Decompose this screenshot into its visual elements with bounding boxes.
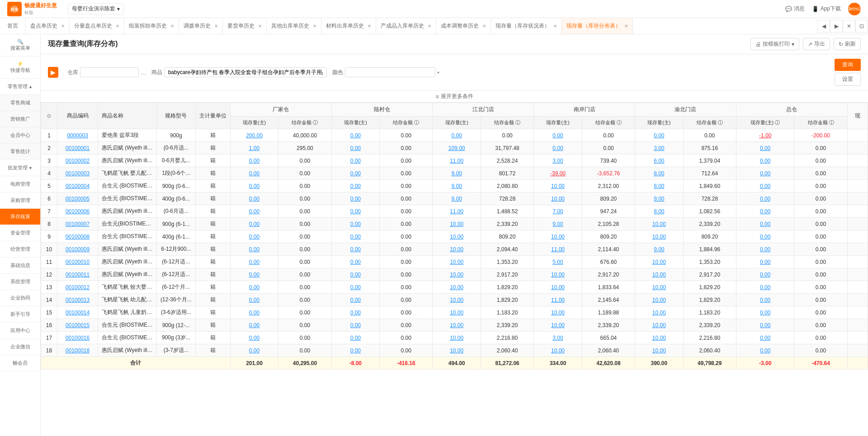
- cell-current: [847, 243, 868, 256]
- tab-transfer[interactable]: 调拨单历史 ✕: [179, 18, 223, 34]
- tab-expand-btn[interactable]: ⊡: [855, 20, 868, 33]
- sidebar-item-vip[interactable]: 畅会员: [0, 355, 40, 371]
- cell-current: [847, 192, 868, 205]
- summary-total-amt: -470.64: [794, 357, 847, 370]
- code-link[interactable]: 00100003: [66, 170, 90, 177]
- code-link[interactable]: 00100012: [66, 284, 90, 291]
- sidebar-item-app[interactable]: 应用中心: [0, 323, 40, 339]
- tab-purchase-order[interactable]: 要货单历史 ✕: [223, 18, 267, 34]
- code-link[interactable]: 0000003: [67, 132, 88, 139]
- tab-branch-count[interactable]: 分量盘点单历史 ✕: [70, 18, 124, 34]
- sidebar-item-finance[interactable]: 资金管理: [0, 225, 40, 241]
- summary-lcw-amt: -416.16: [380, 357, 433, 370]
- tab-cost-adjust[interactable]: 成本调整单历史 ✕: [436, 18, 491, 34]
- sidebar-item-wechat[interactable]: 企业微信: [0, 339, 40, 355]
- tab-close-status[interactable]: ✕: [553, 23, 557, 28]
- sidebar-item-marketing[interactable]: 营销推广: [0, 111, 40, 127]
- cell-jbmd-qty: 9.00: [433, 167, 481, 180]
- cell-total-amt: 0.00: [794, 294, 847, 306]
- cell-jbmd-qty: 10.00: [433, 230, 481, 243]
- tab-close-all-btn[interactable]: ✕: [843, 20, 855, 33]
- app-download-btn[interactable]: 📱 App下载: [812, 5, 841, 13]
- sidebar-item-enterprise[interactable]: 企业协同: [0, 290, 40, 306]
- cell-total-amt: -200.00: [794, 129, 847, 142]
- tab-close-finished[interactable]: ✕: [428, 23, 431, 28]
- cell-idx: 3: [41, 155, 57, 167]
- goods-input[interactable]: [164, 67, 327, 77]
- table-row: 9 00100008 合生元 (BIOSTIME) ... 400g (6-1.…: [41, 230, 868, 243]
- code-link[interactable]: 00100007: [66, 221, 90, 227]
- refresh-btn[interactable]: ↻ 刷新: [834, 38, 861, 50]
- industry-selector[interactable]: 母婴行业演示陈套 ▾: [68, 3, 124, 14]
- code-link[interactable]: 00100006: [66, 208, 90, 215]
- sidebar-item-purchase[interactable]: 采购管理: [0, 192, 40, 209]
- message-btn[interactable]: 💬 消息: [785, 5, 805, 13]
- expand-more-row[interactable]: ≡ 展开更多条件: [41, 91, 868, 103]
- sidebar-item-shortcut[interactable]: ⚡ 快捷导航: [0, 56, 40, 79]
- cell-lcw-qty: 0.00: [331, 155, 380, 167]
- sidebar-item-ecommerce[interactable]: 电商管理: [0, 176, 40, 192]
- tab-close-material[interactable]: ✕: [368, 23, 371, 28]
- sidebar-item-guide[interactable]: 新手引导: [0, 306, 40, 323]
- filter-toggle-btn[interactable]: ▶: [48, 67, 58, 78]
- code-link[interactable]: 00100010: [66, 259, 90, 265]
- tab-close-cost[interactable]: ✕: [482, 23, 486, 28]
- sidebar-item-retail-stats[interactable]: 零售统计: [0, 144, 40, 160]
- code-link[interactable]: 00100004: [66, 183, 90, 189]
- user-menu[interactable]: demo2: [848, 3, 861, 15]
- code-link[interactable]: 00100001: [66, 145, 90, 151]
- code-link[interactable]: 00100002: [66, 158, 90, 164]
- sidebar-item-basic[interactable]: 基础信息: [0, 258, 40, 274]
- cell-spec: 900g (12-...: [157, 319, 196, 332]
- warehouse-more-btn[interactable]: ...: [141, 69, 146, 76]
- cell-ybmd-qty: 3.00: [635, 142, 684, 155]
- export-btn[interactable]: ↗ 导出: [803, 38, 830, 50]
- tab-close-transfer[interactable]: ✕: [214, 23, 218, 28]
- tab-stock-status[interactable]: 现存量（库存状况表） ✕: [491, 18, 562, 34]
- cell-current: [847, 319, 868, 332]
- warehouse-input[interactable]: [80, 67, 139, 77]
- tab-assembly[interactable]: 组装拆卸单历史 ✕: [124, 18, 179, 34]
- table-row: 18 00100018 惠氏启赋 (Wyeth illu... (3-7岁适..…: [41, 344, 868, 357]
- code-link[interactable]: 00100011: [66, 272, 90, 278]
- sidebar-item-ops[interactable]: 经营管理: [0, 241, 40, 258]
- tab-next-btn[interactable]: ▶: [830, 20, 843, 33]
- tab-close-dist[interactable]: ✕: [624, 23, 628, 28]
- code-link[interactable]: 00100008: [66, 234, 90, 240]
- sidebar-item-retail-mall[interactable]: 零售商城: [0, 95, 40, 111]
- cell-spec: 1段(0-6个...: [157, 167, 196, 180]
- tab-inventory-count[interactable]: 盘点单历史 ✕: [26, 18, 70, 34]
- query-btn[interactable]: 查询: [835, 59, 861, 71]
- th-jbmd-amt: 结存金额 ⓘ: [481, 117, 534, 129]
- tab-other-out[interactable]: 其他出库单历史 ✕: [267, 18, 321, 34]
- sidebar-item-system[interactable]: 系统管理: [0, 274, 40, 290]
- cell-cgw-amt: 0.00: [278, 167, 331, 180]
- setting-btn[interactable]: 设置: [835, 73, 861, 86]
- tab-close-purchase[interactable]: ✕: [258, 23, 262, 28]
- sidebar-item-inventory[interactable]: 库存核算: [0, 209, 40, 225]
- settings-icon[interactable]: ⚙: [47, 113, 52, 119]
- tab-home[interactable]: 首页: [0, 18, 26, 34]
- tab-close-branch-count[interactable]: ✕: [116, 23, 119, 28]
- tab-close-assembly[interactable]: ✕: [170, 23, 174, 28]
- sidebar-item-member[interactable]: 会员中心: [0, 127, 40, 144]
- code-link[interactable]: 00100018: [66, 347, 90, 354]
- tab-prev-btn[interactable]: ◀: [817, 20, 830, 33]
- code-link[interactable]: 00100005: [66, 196, 90, 202]
- code-link[interactable]: 00100014: [66, 309, 90, 316]
- sidebar-item-wholesale[interactable]: 批发管理 ▼: [0, 160, 40, 176]
- code-link[interactable]: 00100009: [66, 246, 90, 253]
- tab-close-other-out[interactable]: ✕: [313, 23, 316, 28]
- code-link[interactable]: 00100013: [66, 297, 90, 303]
- print-btn[interactable]: 🖨 按模板打印 ▾: [750, 38, 799, 50]
- tab-stock-dist[interactable]: 现存量（库存分布表） ✕: [562, 18, 633, 34]
- sidebar-item-retail-mgmt[interactable]: 零售管理 ▲: [0, 79, 40, 95]
- tab-close-inventory-count[interactable]: ✕: [61, 23, 65, 28]
- code-link[interactable]: 00100016: [66, 335, 90, 341]
- tab-material-out[interactable]: 材料出库单历史 ✕: [321, 18, 376, 34]
- code-link[interactable]: 00100015: [66, 322, 90, 328]
- color-input[interactable]: [345, 67, 435, 77]
- sidebar-item-search[interactable]: 🔍 搜索英单: [0, 34, 40, 56]
- tab-finished-in[interactable]: 产成品入库单历史 ✕: [376, 18, 436, 34]
- cell-cgw-qty: 0.00: [230, 306, 278, 319]
